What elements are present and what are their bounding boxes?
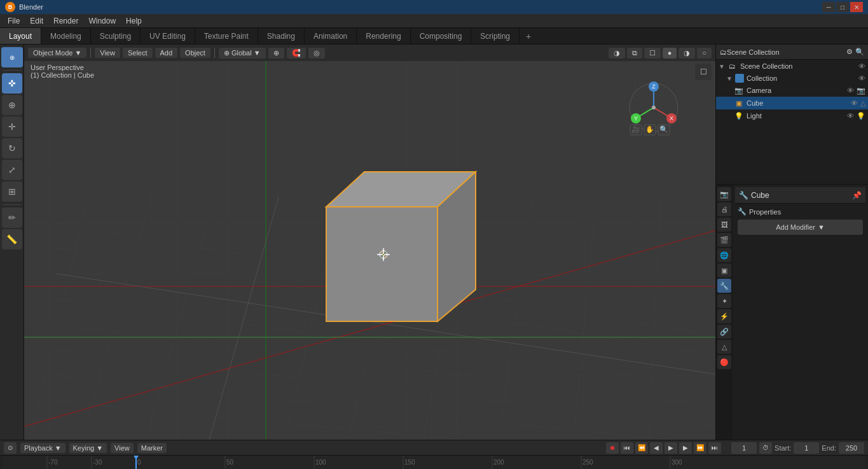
prop-physics-icon[interactable]: ⚡ (717, 309, 731, 323)
menu-render[interactable]: Render (48, 15, 83, 27)
marker-menu[interactable]: Marker (137, 443, 167, 453)
menu-help[interactable]: Help (121, 15, 147, 27)
shading-material[interactable]: ◑ (679, 48, 695, 59)
outliner-light[interactable]: 💡 Light 👁 💡 (716, 109, 868, 122)
outliner-cube[interactable]: ▣ Cube 👁 △ (716, 97, 868, 109)
prop-world-icon[interactable]: 🌐 (717, 248, 731, 262)
select-tool[interactable]: ✜ (2, 73, 22, 94)
current-frame-input[interactable] (731, 442, 757, 454)
prop-modifier-icon[interactable]: 🔧 (717, 279, 731, 293)
maximize-button[interactable]: □ (836, 2, 849, 12)
rotate-tool[interactable]: ↻ (2, 138, 22, 158)
tab-compositing[interactable]: Compositing (411, 28, 472, 44)
close-button[interactable]: ✕ (850, 2, 863, 12)
mode-dropdown[interactable]: Object Mode ▼ (28, 48, 86, 58)
end-frame-input[interactable] (839, 442, 864, 454)
outliner-camera[interactable]: 📷 Camera 👁 📷 (716, 84, 868, 97)
xray-button[interactable]: ☐ (695, 64, 712, 80)
transform-orientation[interactable]: ⊕ Global ▼ (219, 48, 266, 59)
annotate-tool[interactable]: ✏ (2, 207, 22, 228)
cube-eye[interactable]: 👁 (851, 99, 858, 107)
next-keyframe-button[interactable]: ⏩ (694, 442, 706, 454)
tab-rendering[interactable]: Rendering (357, 28, 410, 44)
timeline-strip[interactable]: -70 -30 0 50 100 150 200 250 300 (0, 455, 868, 469)
shading-render[interactable]: ○ (697, 48, 712, 59)
svg-text:200: 200 (493, 459, 504, 466)
collection-arrow: ▼ (726, 75, 733, 82)
svg-text:150: 150 (404, 459, 415, 466)
prev-keyframe-button[interactable]: ⏪ (635, 442, 648, 454)
prop-object-icon[interactable]: ▣ (717, 263, 731, 277)
keying-menu[interactable]: Keying ▼ (69, 443, 107, 453)
add-modifier-dropdown-icon: ▼ (818, 223, 825, 231)
object-menu[interactable]: Object (180, 48, 210, 58)
modifier-header-label: Properties (749, 208, 781, 216)
svg-text:300: 300 (672, 459, 682, 466)
pivot-point[interactable]: ⊕ (268, 48, 284, 59)
header-sep-1 (90, 48, 91, 58)
playback-menu[interactable]: Playback ▼ (20, 443, 65, 453)
tab-scripting[interactable]: Scripting (471, 28, 520, 44)
snapping[interactable]: 🧲 (287, 48, 306, 59)
svg-text:X: X (670, 115, 673, 122)
prop-material-icon[interactable]: 🔴 (717, 355, 731, 369)
prop-render-icon[interactable]: 📷 (717, 187, 731, 201)
cursor-tool[interactable]: ⊕ (2, 95, 22, 115)
scene-collection-label: Scene Collection (740, 62, 793, 70)
light-eye[interactable]: 👁 (847, 112, 854, 120)
prop-view-layer-icon[interactable]: 🖼 (717, 218, 731, 232)
prop-pin-icon[interactable]: 📌 (852, 191, 862, 200)
add-menu[interactable]: Add (155, 48, 178, 58)
menu-edit[interactable]: Edit (25, 15, 48, 27)
shading-solid[interactable]: ● (663, 48, 677, 59)
collection-eye[interactable]: 👁 (858, 74, 865, 82)
measure-tool[interactable]: 📏 (2, 229, 22, 249)
navigation-gizmo[interactable]: Z X Y 🎥 ✋ 🔍 (625, 79, 682, 136)
mode-switcher[interactable]: ⊕ (1, 47, 23, 67)
prev-frame-button[interactable]: ◀ (650, 442, 663, 454)
view-menu-timeline[interactable]: View (111, 443, 134, 453)
viewport-3d[interactable]: Object Mode ▼ View Select Add Object ⊕ G… (24, 45, 715, 440)
proportional-edit[interactable]: ◎ (308, 48, 325, 59)
record-button[interactable]: ⏺ (606, 442, 619, 454)
timeline-mode-icon[interactable]: ⊙ (4, 442, 17, 454)
next-frame-button[interactable]: ▶ (679, 442, 692, 454)
transform-tool[interactable]: ⊞ (2, 181, 22, 202)
view-menu[interactable]: View (95, 48, 120, 58)
minimize-button[interactable]: ─ (822, 2, 835, 12)
prop-particles-icon[interactable]: ✦ (717, 294, 731, 308)
camera-icon: 📷 (734, 85, 744, 95)
tab-shading[interactable]: Shading (258, 28, 305, 44)
tab-modeling[interactable]: Modeling (41, 28, 91, 44)
select-menu[interactable]: Select (123, 48, 153, 58)
add-workspace-button[interactable]: + (520, 28, 537, 44)
add-modifier-button[interactable]: Add Modifier ▼ (738, 220, 863, 235)
tab-texture-paint[interactable]: Texture Paint (195, 28, 258, 44)
xray-toggle[interactable]: ☐ (644, 48, 661, 59)
tab-uv-editing[interactable]: UV Editing (141, 28, 195, 44)
jump-end-button[interactable]: ⏭ (708, 442, 721, 454)
scale-tool[interactable]: ⤢ (2, 160, 22, 180)
outliner-collection[interactable]: ▼ Collection 👁 (716, 73, 868, 84)
camera-eye[interactable]: 👁 (847, 87, 854, 94)
menu-file[interactable]: File (3, 15, 25, 27)
outliner-scene-collection[interactable]: ▼ 🗂 Scene Collection 👁 (716, 60, 868, 73)
scene-collection-eye[interactable]: 👁 (858, 62, 865, 70)
prop-data-icon[interactable]: △ (717, 340, 731, 354)
move-tool[interactable]: ✛ (2, 116, 22, 137)
start-frame-input[interactable] (794, 442, 819, 454)
tab-animation[interactable]: Animation (305, 28, 357, 44)
overlay-toggle[interactable]: ⧉ (627, 48, 642, 59)
jump-start-button[interactable]: ⏮ (621, 442, 633, 454)
property-icons: 📷 🖨 🖼 🎬 🌐 ▣ 🔧 ✦ ⚡ 🔗 △ 🔴 (716, 185, 733, 440)
play-button[interactable]: ▶ (665, 442, 677, 454)
viewport-shading[interactable]: ◑ (609, 48, 625, 59)
outliner-filter-icon[interactable]: ⚙ (846, 48, 853, 56)
prop-constraints-icon[interactable]: 🔗 (717, 325, 731, 339)
outliner-search-icon[interactable]: 🔍 (855, 48, 864, 56)
prop-scene-icon[interactable]: 🎬 (717, 233, 731, 247)
tab-sculpting[interactable]: Sculpting (91, 28, 141, 44)
tab-layout[interactable]: Layout (0, 28, 41, 44)
prop-output-icon[interactable]: 🖨 (717, 202, 731, 216)
menu-window[interactable]: Window (83, 15, 121, 27)
